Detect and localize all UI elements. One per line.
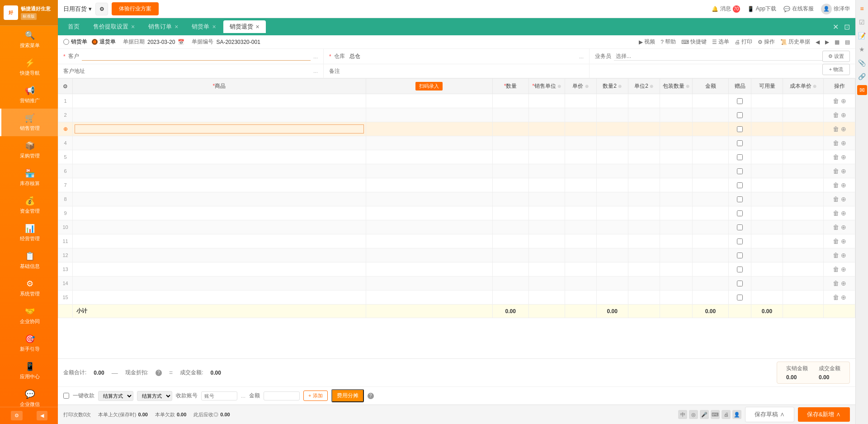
toolbar-grid2[interactable]: ▤ [845, 39, 850, 45]
sidebar-item-inventory[interactable]: 🏪 库存核算 [0, 164, 58, 191]
ime-icon[interactable]: 中 [678, 410, 687, 419]
discount-help-icon[interactable]: ? [156, 370, 162, 376]
right-panel-mail-icon[interactable]: ✉ [857, 85, 867, 95]
sidebar-item-basic[interactable]: 📋 基础信息 [0, 247, 58, 274]
row-amount-2[interactable] [693, 108, 729, 122]
row-unit-2[interactable] [528, 108, 565, 122]
row-unit2-1[interactable] [628, 94, 660, 108]
row-qty2-3[interactable] [596, 122, 628, 136]
toolbar-history[interactable]: 📜 历史单据 [780, 38, 810, 46]
right-panel-list-icon[interactable]: ≡ [857, 4, 867, 14]
row-amount-3[interactable] [693, 122, 729, 136]
row-product-input-3[interactable] [75, 124, 364, 133]
sidebar-item-finance[interactable]: 💰 资金管理 [0, 191, 58, 219]
gift-checkbox-14[interactable] [737, 281, 743, 286]
radio-return-input[interactable] [92, 39, 98, 45]
row-product-3[interactable] [73, 122, 366, 136]
row-price-2[interactable] [565, 108, 596, 122]
header-settings-btn[interactable]: ⚙ [95, 3, 108, 15]
salesperson-input[interactable] [614, 52, 843, 61]
toolbar-shortcuts[interactable]: ⌨ 快捷键 [681, 38, 707, 46]
sidebar-item-sales[interactable]: 🛒 销售管理 [0, 109, 58, 136]
row-price-3[interactable] [565, 122, 596, 136]
app-download-btn[interactable]: 📱 App下载 [747, 5, 776, 13]
gift-checkbox-5[interactable] [737, 154, 743, 160]
payment-dots[interactable]: ... [241, 393, 245, 399]
copy-btn-4[interactable]: ⊕ [840, 138, 847, 148]
cost-help-icon[interactable]: ? [368, 393, 374, 399]
copy-btn-8[interactable]: ⊕ [840, 195, 847, 204]
delete-btn-11[interactable]: 🗑 [832, 237, 840, 246]
toolbar-operate[interactable]: ⚙ 操作 [758, 38, 775, 46]
input-icon1[interactable]: ◎ [689, 410, 698, 419]
sidebar-item-marketing[interactable]: 📢 营销推广 [0, 81, 58, 109]
row-qty-2[interactable] [492, 108, 528, 122]
row-unit-3[interactable] [528, 122, 565, 136]
row-qty2-1[interactable] [596, 94, 628, 108]
delete-btn-9[interactable]: 🗑 [832, 209, 840, 218]
right-panel-star-icon[interactable]: ★ [857, 44, 867, 54]
sidebar-item-purchase[interactable]: 📦 采购管理 [0, 136, 58, 164]
sidebar-item-app[interactable]: 📱 应用中心 [0, 357, 58, 385]
toolbar-select[interactable]: ☰ 选单 [712, 38, 729, 46]
toolbar-video[interactable]: ▶ 视频 [639, 38, 655, 46]
delete-btn-6[interactable]: 🗑 [832, 167, 840, 176]
industry-selector[interactable]: 日用百货 ▾ [63, 5, 92, 13]
tab-home[interactable]: 首页 [61, 20, 86, 33]
tab-sales-close[interactable]: × [212, 23, 216, 30]
delete-btn-10[interactable]: 🗑 [832, 223, 840, 232]
input-icon4[interactable]: 🖨 [722, 410, 731, 419]
customer-input[interactable] [82, 52, 311, 61]
gift-checkbox-7[interactable] [737, 182, 743, 188]
toolbar-grid1[interactable]: ▦ [835, 39, 840, 45]
copy-btn-10[interactable]: ⊕ [840, 223, 847, 232]
gift-checkbox-11[interactable] [737, 238, 743, 244]
row-avail-3[interactable] [751, 122, 783, 136]
toolbar-nav-next[interactable]: ▶ [825, 39, 829, 45]
right-panel-note-icon[interactable]: 📝 [857, 31, 867, 41]
radio-sales-input[interactable] [63, 39, 69, 45]
calendar-icon[interactable]: 📅 [178, 39, 184, 45]
tab-close-all-btn[interactable]: ✕ [831, 22, 840, 32]
row-unit-1[interactable] [528, 94, 565, 108]
gift-checkbox-9[interactable] [737, 210, 743, 216]
copy-btn-14[interactable]: ⊕ [840, 279, 847, 288]
delete-btn-3[interactable]: 🗑 [832, 124, 840, 133]
amount-input[interactable] [264, 391, 300, 400]
sidebar-item-enterprise[interactable]: 🤝 企业协同 [0, 302, 58, 329]
copy-btn-15[interactable]: ⊕ [840, 293, 847, 302]
delete-btn-8[interactable]: 🗑 [832, 195, 840, 204]
copy-btn-3[interactable]: ⊕ [840, 124, 847, 133]
logistics-action-btn[interactable]: + 物流 [822, 64, 850, 75]
toolbar-print[interactable]: 🖨 打印 [735, 38, 752, 46]
sidebar-item-system[interactable]: ⚙ 系统管理 [0, 274, 58, 302]
delete-btn-5[interactable]: 🗑 [832, 152, 840, 162]
cost-tab-btn[interactable]: 费用分摊 [331, 389, 364, 402]
right-panel-link-icon[interactable]: 🔗 [857, 71, 867, 81]
copy-btn-5[interactable]: ⊕ [840, 152, 847, 162]
copy-btn-12[interactable]: ⊕ [840, 251, 847, 260]
copy-btn-11[interactable]: ⊕ [840, 237, 847, 246]
right-panel-attachment-icon[interactable]: 📎 [857, 58, 867, 68]
row-qty-3[interactable] [492, 122, 528, 136]
tab-sales-return-close[interactable]: × [256, 23, 259, 30]
copy-btn-6[interactable]: ⊕ [840, 167, 847, 176]
row-avail-1[interactable] [751, 94, 783, 108]
row-avail-2[interactable] [751, 108, 783, 122]
sidebar-item-shortcut[interactable]: ⚡ 快捷导航 [0, 53, 58, 81]
row-cost-3[interactable] [783, 122, 824, 136]
row-pkg-3[interactable] [660, 122, 692, 136]
row-qty-1[interactable] [492, 94, 528, 108]
gift-checkbox-3[interactable] [737, 126, 743, 132]
row-pkg-1[interactable] [660, 94, 692, 108]
accounting-select[interactable]: 结算方式 [98, 391, 133, 401]
sidebar-collapse-btn[interactable]: ◀ [37, 411, 47, 420]
copy-btn-9[interactable]: ⊕ [840, 209, 847, 218]
input-icon5[interactable]: 👤 [732, 410, 741, 419]
input-icon3[interactable]: ⌨ [711, 410, 720, 419]
quick-pay-checkbox[interactable] [63, 393, 69, 399]
delete-btn-12[interactable]: 🗑 [832, 251, 840, 260]
delete-btn-13[interactable]: 🗑 [832, 265, 840, 274]
delete-btn-7[interactable]: 🗑 [832, 181, 840, 190]
row-product-2[interactable] [73, 108, 366, 122]
